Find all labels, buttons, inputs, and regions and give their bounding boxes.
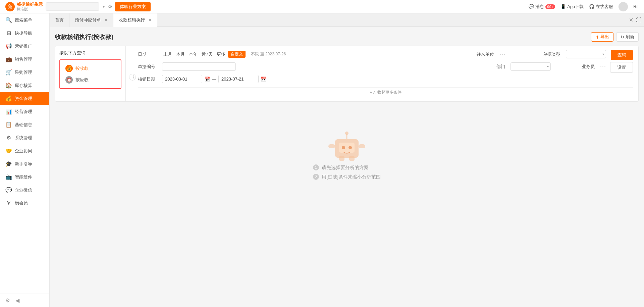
finance-icon: 💰 [5,95,12,102]
sidebar-label-guide: 新手引导 [15,161,32,167]
settings-bottom-icon[interactable]: ⚙ [5,297,10,304]
message-btn[interactable]: 💬 消息 99+ [529,4,555,10]
verify-date-end-cal-icon[interactable]: 📅 [261,76,266,82]
receivable-icon: ⏰ [65,76,73,84]
sidebar-item-hardware[interactable]: 📺 智能硬件 [0,170,49,184]
tab-prepay[interactable]: 预付冲应付单 ✕ [69,13,113,27]
date-this-year-btn[interactable]: 本年 [187,51,199,58]
setting-button[interactable]: 设置 [610,62,633,73]
expand-tab-icon[interactable]: ⛶ [636,17,641,23]
date-label: 日期 [138,51,157,57]
page-header: 收款核销执行(按收款) ⬆ 导出 ↻ 刷新 [55,32,639,42]
filter-fields: 日期 上月 本月 本年 近7天 更多 自定义 [132,46,638,101]
filter-row-1: 日期 上月 本月 本年 近7天 更多 自定义 [138,50,606,58]
export-icon: ⬆ [595,35,599,40]
sidebar-item-basic-info[interactable]: 📋 基础信息 [0,118,49,131]
sidebar-label-inventory: 库存核算 [15,83,32,89]
sidebar-item-collab[interactable]: 🤝 企业协同 [0,144,49,157]
tab-receivable-verify[interactable]: 收款核销执行 ✕ [113,13,157,27]
online-service-btn[interactable]: 🎧 在线客服 [589,4,613,10]
sidebar-item-member[interactable]: V 畅会员 [0,197,49,209]
dept-select-wrapper: ▾ [511,62,551,71]
message-icon: 💬 [529,4,534,9]
filter-type-panel: 按以下方查询 💰 按收款 ⏰ 按应收 [55,46,126,101]
sidebar-item-finance[interactable]: 💰 资金管理 [0,92,49,105]
hardware-icon: 📺 [5,174,12,180]
svg-rect-6 [328,144,335,148]
sidebar-item-purchase[interactable]: 🛒 采购管理 [0,66,49,79]
verify-date-start-input[interactable] [162,75,202,83]
sidebar-item-search[interactable]: 🔍 搜索菜单 [0,13,49,27]
filter-section-title: 按以下方查询 [59,50,121,56]
sidebar-item-marketing[interactable]: 📢 营销推广 [0,40,49,53]
sidebar-label-purchase: 采购管理 [15,69,32,75]
sidebar-label-wechat: 企业微信 [15,187,32,193]
sidebar-item-wechat[interactable]: 💬 企业微信 [0,184,49,197]
chevron-up-icon: ∧∧ [369,90,376,95]
main-layout: 🔍 搜索菜单 ⊞ 快捷导航 📢 营销推广 💼 销售管理 🛒 采购管理 🏠 库存核… [0,13,644,307]
date-last-7-btn[interactable]: 近7天 [200,51,214,58]
member-icon: V [5,200,12,206]
tab-receivable-verify-label: 收款核销执行 [119,17,145,23]
verify-date-start-cal-icon[interactable]: 📅 [204,76,210,82]
guide-icon: 🎓 [5,161,12,167]
chevron-down-icon[interactable]: ▾ [103,4,105,9]
industry-btn[interactable]: 体验行业方案 [115,2,151,11]
collapse-sidebar-icon[interactable]: ◀ [15,297,19,304]
date-custom-badge[interactable]: 自定义 [228,51,246,58]
quick-nav-icon: ⊞ [5,30,12,36]
app-name: 畅捷通好生意 [17,2,43,7]
top-bar: 兔 畅捷通好生意 标准版 ▾ ⚙ 体验行业方案 💬 消息 99+ 📱 App下载… [0,0,644,13]
filter-action-buttons: 查询 设置 [606,50,633,87]
svg-rect-7 [359,144,365,148]
wechat-icon: 💬 [5,187,12,193]
refresh-button[interactable]: ↻ 刷新 [616,32,639,42]
query-button[interactable]: 查询 [611,50,633,60]
svg-point-2 [342,146,345,149]
close-tab-icon[interactable]: ✕ [629,17,633,23]
tab-home[interactable]: 首页 [50,13,69,27]
doc-no-label: 单据编号 [138,64,157,70]
sidebar-item-sales[interactable]: 💼 销售管理 [0,53,49,66]
doc-no-input[interactable] [162,62,236,71]
sidebar-label-hardware: 智能硬件 [15,174,32,180]
filter-row-3: 核销日期 📅 — 📅 [138,75,606,83]
svg-point-3 [348,146,352,149]
empty-tip-1: 1 请先选择要分析的方案 [313,163,381,172]
date-this-month-btn[interactable]: 本月 [175,51,186,58]
sidebar-item-operations[interactable]: 📊 经营管理 [0,105,49,118]
avatar[interactable] [619,2,628,11]
sidebar-label-quick-nav: 快捷导航 [15,30,32,36]
filter-type-by-receipt[interactable]: 💰 按收款 [63,63,118,74]
gear-icon[interactable]: ⚙ [108,3,112,10]
marketing-icon: 📢 [5,43,12,49]
sidebar-item-guide[interactable]: 🎓 新手引导 [0,157,49,170]
counterpart-dots[interactable]: ··· [499,51,505,58]
online-service-label: 在线客服 [596,4,613,10]
app-download-btn[interactable]: 📱 App下载 [560,4,584,10]
date-buttons: 上月 本月 本年 近7天 更多 自定义 [162,51,246,58]
system-icon: ⚙ [5,135,12,141]
staff-dots[interactable]: ··· [600,63,606,70]
verify-date-label: 核销日期 [138,76,157,82]
svg-rect-9 [349,156,355,161]
date-more-btn[interactable]: 更多 [215,51,227,58]
close-prepay-tab-icon[interactable]: ✕ [104,18,108,22]
sidebar-item-inventory[interactable]: 🏠 库存核算 [0,79,49,92]
tab-prepay-label: 预付冲应付单 [75,17,101,23]
sidebar-item-quick-nav[interactable]: ⊞ 快捷导航 [0,27,49,40]
app-download-icon: 📱 [560,4,566,9]
verify-date-end-input[interactable] [218,75,259,83]
dept-select[interactable] [511,62,551,71]
svg-rect-1 [339,143,355,153]
collapse-more-btn[interactable]: ∧∧ 收起更多条件 [138,87,633,97]
filter-collapse-icon[interactable]: 《 [129,74,136,81]
close-receivable-tab-icon[interactable]: ✕ [148,18,152,22]
doc-type-select[interactable] [566,50,606,58]
content-area: 首页 预付冲应付单 ✕ 收款核销执行 ✕ ✕ ⛶ 收款核销执行(按收款) [50,13,644,307]
sidebar-item-system[interactable]: ⚙ 系统管理 [0,131,49,144]
filter-type-by-receivable[interactable]: ⏰ 按应收 [63,74,118,86]
headset-icon: 🎧 [589,4,594,9]
date-prev-month-btn[interactable]: 上月 [162,51,173,58]
export-button[interactable]: ⬆ 导出 [591,32,613,42]
